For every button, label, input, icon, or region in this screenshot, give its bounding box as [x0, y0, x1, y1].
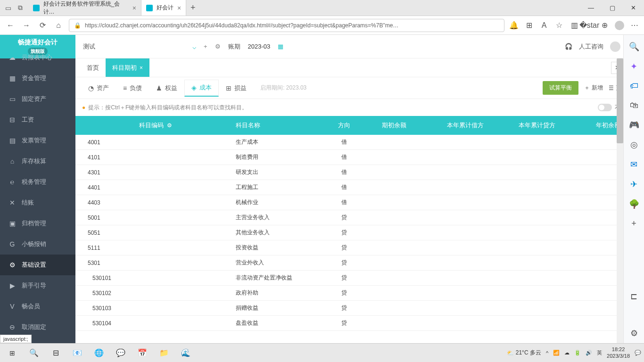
sidebar-item-1[interactable]: ▦资金管理	[0, 68, 75, 89]
sidebar-item-6[interactable]: ℮税务管理	[0, 172, 75, 192]
mail-app-icon[interactable]: 📧	[68, 346, 87, 361]
close-button[interactable]: ✕	[623, 0, 644, 16]
battery-icon[interactable]: 🔋	[574, 350, 581, 356]
table-row[interactable]: 4401 工程施工 借	[75, 180, 644, 195]
url-bar[interactable]: 🔒 https://cloud2.chanjet.com/accounting/…	[69, 19, 504, 32]
shopping-icon[interactable]: 🛍	[630, 100, 638, 110]
table-row[interactable]: 5111 投资收益 贷	[75, 240, 644, 255]
sidebar-item-4[interactable]: ▤发票管理	[0, 130, 75, 151]
tree-icon[interactable]: 🌳	[629, 199, 639, 209]
table-row[interactable]: 4001 生产成本 借	[75, 135, 644, 150]
table-row[interactable]: 5001 主营业务收入 贷	[75, 210, 644, 225]
trial-balance-button[interactable]: 试算平衡	[543, 81, 578, 95]
sidebar-item-7[interactable]: ✕结账	[0, 192, 75, 213]
search-button[interactable]: 🔍	[25, 346, 43, 361]
table-row[interactable]: 5051 其他业务收入 贷	[75, 225, 644, 240]
table-row[interactable]: 4101 制造费用 借	[75, 150, 644, 165]
consult-link[interactable]: 人工咨询	[579, 42, 603, 51]
page-tab-subject-opening[interactable]: 科目期初 ×	[106, 58, 149, 77]
sidebar-item-2[interactable]: ▭固定资产	[0, 89, 75, 109]
bing-icon[interactable]: ◎	[630, 140, 638, 150]
text-size-icon[interactable]: A	[539, 21, 549, 30]
add-new-button[interactable]: ＋ 新增	[584, 84, 603, 92]
tag-icon[interactable]: 🏷	[630, 81, 638, 91]
table-row[interactable]: 530102 政府补助 贷	[75, 286, 644, 301]
edge-icon[interactable]: 🌊	[176, 346, 195, 361]
close-icon[interactable]: ×	[132, 4, 136, 12]
hide-disabled-toggle[interactable]	[598, 104, 612, 111]
minimize-button[interactable]: —	[580, 0, 602, 16]
back-button[interactable]: ←	[5, 20, 16, 31]
add-icon[interactable]: +	[204, 43, 207, 50]
sidebar-item-10[interactable]: ⚙基础设置	[0, 255, 75, 275]
period-value: 2023-03	[248, 43, 271, 50]
subtab-损益[interactable]: ⊞损益	[219, 80, 254, 97]
profile-avatar[interactable]	[615, 21, 624, 30]
subtab-负债[interactable]: ≡负债	[116, 80, 149, 97]
table-row[interactable]: 4301 研发支出 借	[75, 165, 644, 180]
add-panel-icon[interactable]: +	[631, 219, 636, 229]
browser-tab-2[interactable]: 好会计 ×	[141, 0, 186, 16]
forward-button[interactable]: →	[21, 20, 32, 31]
vertical-scrollbar[interactable]	[617, 58, 623, 343]
new-tab-button[interactable]: +	[186, 0, 199, 16]
clock[interactable]: 18:22 2023/3/18	[607, 346, 630, 359]
gear-icon[interactable]: ⚙	[215, 43, 221, 50]
notification-center-icon[interactable]: 💬	[635, 350, 641, 356]
table-row[interactable]: 530101 非流动资产处置净收益 贷	[75, 271, 644, 286]
tabs-icon[interactable]: ⧉	[16, 4, 25, 12]
subtab-成本[interactable]: ◈成本	[184, 80, 219, 97]
sidebar-item-5[interactable]: ⌂库存核算	[0, 151, 75, 172]
collections-icon[interactable]: ▥	[570, 21, 579, 30]
cloud-sync-icon[interactable]: ☁	[564, 350, 570, 356]
chrome-icon[interactable]: 🌐	[90, 346, 108, 361]
cell-code: 4403	[75, 199, 236, 206]
table-row[interactable]: 530104 盘盈收益 贷	[75, 316, 644, 331]
table-row[interactable]: 4403 机械作业 借	[75, 195, 644, 210]
refresh-button[interactable]: ⟳	[37, 20, 48, 31]
subtab-资产[interactable]: ◔资产	[81, 80, 116, 97]
page-tab-home[interactable]: 首页	[80, 58, 106, 77]
home-button[interactable]: ⌂	[53, 20, 64, 31]
maximize-button[interactable]: ▢	[602, 0, 623, 16]
reading-icon[interactable]: ⊕	[600, 21, 609, 30]
outlook-icon[interactable]: ✉	[630, 159, 637, 170]
sparkle-icon[interactable]: ✦	[630, 61, 637, 72]
sidebar-item-3[interactable]: ⊟工资	[0, 109, 75, 130]
favorite-icon[interactable]: ☆	[554, 21, 564, 30]
ime-indicator[interactable]: 英	[597, 349, 602, 356]
notification-icon[interactable]: 🔔	[509, 21, 519, 30]
calendar-icon[interactable]: ▦	[278, 43, 283, 50]
scrollbar-thumb[interactable]	[617, 58, 623, 143]
more-icon[interactable]: ⋯	[630, 21, 639, 30]
collapse-panel-icon[interactable]: ⊏	[630, 291, 637, 302]
sidebar-item-12[interactable]: V畅会员	[0, 296, 75, 317]
explorer-icon[interactable]: 📁	[155, 346, 173, 361]
search-icon[interactable]: 🔍	[629, 41, 639, 52]
workspace-icon[interactable]: ▭	[4, 4, 12, 12]
calendar-app-icon[interactable]: 📅	[133, 346, 152, 361]
settings-panel-icon[interactable]: ⚙	[630, 328, 638, 338]
games-icon[interactable]: 🎮	[629, 120, 639, 130]
chevron-up-icon[interactable]: ^	[546, 350, 548, 356]
close-icon[interactable]: ×	[140, 65, 143, 71]
taskview-button[interactable]: ⊟	[46, 346, 65, 361]
extensions-icon[interactable]: ⊞	[524, 21, 534, 30]
start-button[interactable]: ⊞	[3, 346, 22, 361]
send-icon[interactable]: ✈	[630, 179, 637, 189]
browser-tab-1[interactable]: 好会计云财务软件管理系统_会计… ×	[28, 0, 141, 16]
gear-icon[interactable]: ⚙	[167, 122, 172, 129]
sidebar-item-11[interactable]: ▶新手引导	[0, 275, 75, 296]
volume-icon[interactable]: 🔊	[586, 350, 592, 356]
weather-widget[interactable]: ⛅ 21°C 多云	[507, 349, 541, 357]
wechat-icon[interactable]: 💬	[111, 346, 130, 361]
favorites-bar-icon[interactable]: �star	[585, 21, 594, 30]
close-icon[interactable]: ×	[177, 4, 181, 12]
sidebar-item-9[interactable]: G小畅报销	[0, 234, 75, 255]
sidebar-item-8[interactable]: ▣归档管理	[0, 213, 75, 234]
wifi-icon[interactable]: 📶	[553, 350, 560, 356]
table-row[interactable]: 530103 捐赠收益 贷	[75, 301, 644, 316]
account-select[interactable]: 测试 ⌵	[83, 42, 196, 51]
subtab-权益[interactable]: ♟权益	[149, 80, 184, 97]
table-row[interactable]: 5301 营业外收入 贷	[75, 255, 644, 271]
